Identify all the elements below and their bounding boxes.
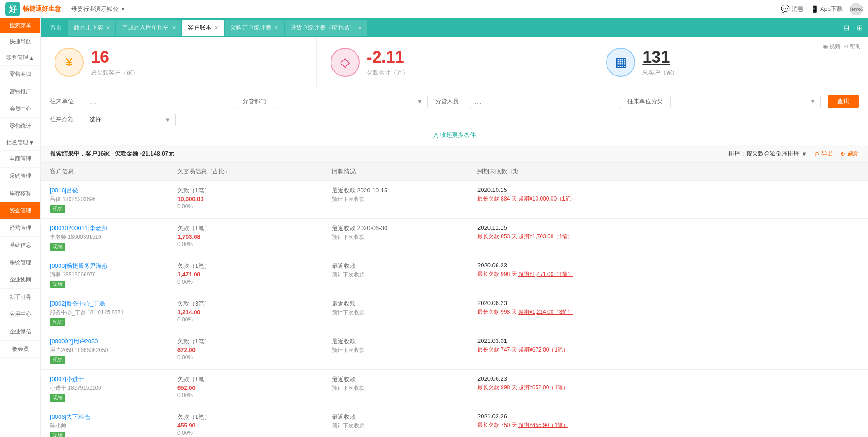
tab-purchase-order[interactable]: 采购订单统计表 ✕: [225, 20, 284, 36]
due-date: 2020.06.23: [477, 375, 859, 382]
debt-count: 欠款（3笔）: [177, 300, 332, 308]
customer-phone: 陈小帅: [50, 422, 177, 430]
sidebar-item-member-vip[interactable]: 畅会员: [0, 341, 40, 358]
tab-production[interactable]: 产成品入库单历史 ✕: [116, 20, 181, 36]
supplier-label: 往来单位: [50, 97, 77, 105]
debt-count: 欠款（1笔）: [177, 224, 332, 232]
category-select[interactable]: ▼: [670, 95, 821, 108]
sidebar-item-purchase[interactable]: 采购管理: [0, 168, 40, 185]
stat-value-debt-customers: 16: [91, 48, 138, 67]
customer-name-link[interactable]: [0016]吕俊: [50, 187, 78, 194]
sidebar-item-operations[interactable]: 经营管理: [0, 220, 40, 237]
customer-name-link[interactable]: [000002]用户2050: [50, 338, 98, 345]
tab-expand-btn[interactable]: ⊞: [855, 23, 864, 33]
debt-count: 欠款（1笔）: [177, 186, 332, 195]
debt-amount: 455.90: [177, 422, 332, 429]
customer-name-link[interactable]: [0003]畅捷服务尹海燕: [50, 262, 108, 269]
message-btn[interactable]: 💬 消息: [781, 5, 803, 13]
filter-area: 往来单位 ... 分管部门 ▼ 分管人员 ... 往来单位: [41, 87, 868, 145]
due-date: 2021.02.26: [477, 413, 859, 420]
sidebar-item-quick-nav[interactable]: 快捷导航: [0, 33, 40, 50]
overdue-info[interactable]: 最长欠款 998 天 超期¥1,471.00（1笔）: [477, 271, 859, 278]
return-next: 预计下次收款: [332, 384, 477, 392]
app-download-btn[interactable]: 📱 App下载: [811, 5, 843, 13]
user-avatar[interactable]: demo2: [850, 3, 863, 15]
customer-phone: 海燕 18513066976: [50, 271, 177, 279]
due-date: 2020.06.23: [477, 300, 859, 306]
col-header-customer: 客户信息: [50, 167, 177, 176]
tab-close-production[interactable]: ✕: [172, 25, 176, 31]
logo: 好 畅捷通好生意: [5, 2, 61, 16]
customer-badge: 现销: [50, 432, 65, 437]
supplier-input[interactable]: ...: [85, 95, 235, 108]
sidebar-search[interactable]: 搜索菜单: [0, 18, 40, 33]
customer-name-link[interactable]: [0007]小进干: [50, 376, 84, 382]
sidebar-item-ecommerce[interactable]: 电商管理: [0, 151, 40, 168]
refresh-btn[interactable]: ↻ 刷新: [840, 150, 859, 158]
balance-select[interactable]: 选择... ▼: [85, 113, 176, 126]
tab-close-goods[interactable]: ✕: [106, 25, 110, 31]
customer-phone: 吕俊 13026203696: [50, 196, 177, 203]
stat-label-total-customers: 总客户（家）: [642, 69, 678, 77]
dept-select[interactable]: ▼: [277, 95, 427, 108]
person-label: 分管人员: [435, 97, 462, 105]
customer-phone: 小进干 18279152100: [50, 384, 177, 392]
table-row: [000002]用户2050 用户2050 18665062050 现销 欠款（…: [41, 332, 868, 370]
sidebar-item-app-center[interactable]: 应用中心: [0, 306, 40, 323]
customer-name-link[interactable]: [00010200011]李老师: [50, 225, 107, 231]
search-button[interactable]: 查询: [828, 95, 859, 108]
sidebar-item-batch-mgmt[interactable]: 批发管理 ▼: [0, 135, 40, 151]
sidebar-item-inventory[interactable]: 库存核算: [0, 185, 40, 202]
tab-close-customer-account[interactable]: ✕: [214, 25, 218, 31]
tab-purchase-summary[interactable]: 进货单统计表（按商品） ✕: [285, 20, 367, 36]
tab-close-purchase-order[interactable]: ✕: [274, 25, 278, 31]
debt-percent: 0.00%: [177, 316, 332, 323]
debt-percent: 0.00%: [177, 354, 332, 361]
debt-percent: 0.00%: [177, 392, 332, 398]
overdue-info[interactable]: 最长欠款 853 天 超期¥1,703.68（1笔）: [477, 233, 859, 241]
collapse-filter-btn[interactable]: ⋀ 收起更多条件: [431, 129, 477, 141]
sidebar-item-retail-mgmt[interactable]: 零售管理 ▲: [0, 50, 40, 66]
overdue-info[interactable]: 最长欠款 747 天 超期¥672.00（1笔）: [477, 346, 859, 354]
overdue-info[interactable]: 最长欠款 750 天 超期¥455.90（1笔）: [477, 422, 859, 429]
overdue-info[interactable]: 最长欠款 998 天 超期¥652.00（1笔）: [477, 384, 859, 392]
sidebar-item-finance[interactable]: 资金管理: [0, 202, 40, 220]
sidebar-item-enterprise[interactable]: 企业协同: [0, 271, 40, 289]
stat-label-debt-customers: 总欠款客户（家）: [91, 69, 138, 77]
tab-bar: 首页 商品上下架 ✕ 产成品入库单历史 ✕ 客户账本 ✕ 采购订单统计表 ✕: [41, 18, 868, 37]
sidebar-item-basic-info[interactable]: 基础信息: [0, 237, 40, 254]
table-row: [0007]小进干 小进干 18279152100 现销 欠款（1笔） 652.…: [41, 370, 868, 407]
table-body: [0016]吕俊 吕俊 13026203696 现销 欠款（1笔） 10,000…: [41, 181, 868, 437]
overdue-info[interactable]: 最长欠款 884 天 超期¥10,000.00（1笔）: [477, 195, 859, 203]
debt-amount: 1,471.00: [177, 271, 332, 278]
customer-name-link[interactable]: [0002]服务中心_丁磊: [50, 300, 105, 307]
help-doc-link[interactable]: ⊙ 帮助: [844, 43, 861, 50]
sidebar-item-retail-stats[interactable]: 零售统计: [0, 118, 40, 135]
person-input[interactable]: ...: [470, 95, 620, 108]
tab-goods[interactable]: 商品上下架 ✕: [68, 20, 115, 36]
sidebar-item-marketing[interactable]: 营销推广: [0, 83, 40, 100]
sidebar-item-corp-wechat[interactable]: 企业微信: [0, 323, 40, 341]
help-video-link[interactable]: ◉ 视频: [823, 43, 840, 50]
category-label: 往来单位分类: [627, 97, 663, 105]
sidebar-item-retail-mall[interactable]: 零售商城: [0, 66, 40, 83]
company-select[interactable]: 母婴行业演示账套 ▼: [71, 5, 125, 13]
customer-phone: 李老师 18600391516: [50, 233, 177, 241]
customer-badge: 现销: [50, 356, 65, 364]
debt-percent: 0.00%: [177, 430, 332, 436]
overdue-info[interactable]: 最长欠款 998 天 超期¥1,214.00（3笔）: [477, 308, 859, 316]
sort-control[interactable]: 排序：按欠款金额倒序排序 ▼: [728, 150, 807, 158]
export-btn[interactable]: ⊙ 导出: [814, 150, 833, 158]
debt-count: 欠款（1笔）: [177, 413, 332, 421]
sidebar-item-member[interactable]: 会员中心: [0, 100, 40, 118]
customer-phone: 用户2050 18665062050: [50, 347, 177, 354]
customer-name-link[interactable]: [0006]去下粮仓: [50, 413, 90, 420]
stat-icon-building: ▦: [606, 48, 635, 77]
tab-minimize-btn[interactable]: ⊟: [842, 23, 851, 33]
tab-close-purchase-summary[interactable]: ✕: [358, 25, 362, 31]
tab-customer-account[interactable]: 客户账本 ✕: [182, 20, 224, 36]
customer-phone: 服务中心_丁磊 181 0125 8371: [50, 309, 177, 316]
sidebar-item-system[interactable]: 系统管理: [0, 254, 40, 271]
tab-home[interactable]: 首页: [45, 20, 67, 36]
sidebar-item-newbie[interactable]: 新手引导: [0, 289, 40, 306]
